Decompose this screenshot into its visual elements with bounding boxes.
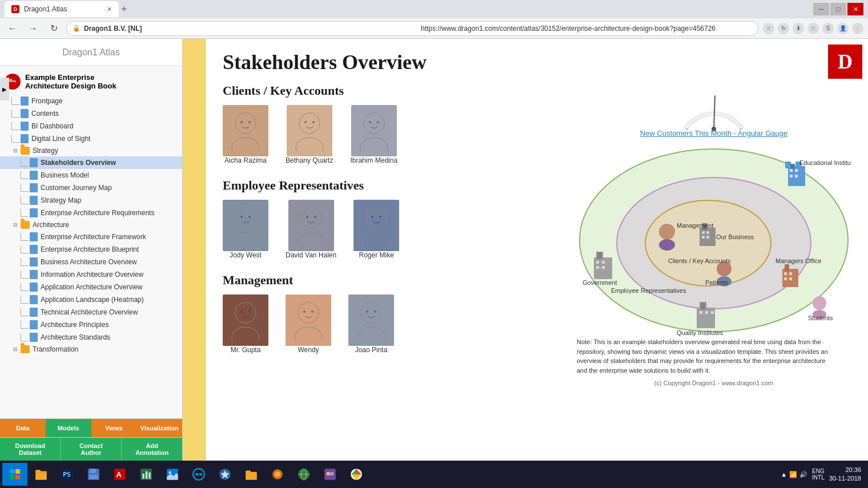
bookmark-icon[interactable]: ☆ bbox=[763, 23, 774, 34]
tree-item-contents[interactable]: Contents bbox=[0, 107, 182, 120]
browser-tab[interactable]: D Dragon1 Atlas ✕ bbox=[5, 1, 119, 17]
person-photo bbox=[287, 105, 332, 156]
tab-close-icon[interactable]: ✕ bbox=[107, 6, 112, 13]
svg-rect-72 bbox=[598, 253, 601, 259]
expand-icon: ⊟ bbox=[11, 147, 19, 155]
taskbar-file-explorer[interactable] bbox=[29, 462, 54, 487]
expand-icon: ⊟ bbox=[11, 345, 19, 353]
taskbar-infinity[interactable] bbox=[186, 462, 211, 487]
tab-views[interactable]: Views bbox=[91, 419, 137, 437]
tree-item-label: Frontpage bbox=[31, 97, 63, 105]
sidebar-toggle-button[interactable]: ▶ bbox=[0, 78, 9, 100]
taskbar-chart[interactable] bbox=[134, 462, 159, 487]
taskbar-photos[interactable] bbox=[160, 462, 185, 487]
tree-item-label: Contents bbox=[31, 110, 59, 118]
tree-item-architecture[interactable]: ⊟Architecture bbox=[0, 219, 182, 231]
svg-rect-100 bbox=[35, 470, 41, 472]
refresh-small-icon[interactable]: ↻ bbox=[778, 23, 789, 34]
taskbar-malware[interactable] bbox=[212, 462, 238, 487]
tree-item-stakeholders-overview[interactable]: Stakeholders Overview bbox=[0, 156, 182, 169]
tree-item-label: Enterprise Architecture Blueprint bbox=[41, 245, 139, 253]
refresh-button[interactable]: ↻ bbox=[46, 21, 62, 37]
url-address: https://www.dragon1.com/content/atlas/30… bbox=[421, 25, 752, 33]
svg-point-2 bbox=[235, 113, 256, 134]
svg-text:A: A bbox=[116, 470, 122, 479]
clients-grid: Aicha Razima Bethany Quartz bbox=[223, 105, 565, 164]
taskbar-paint[interactable] bbox=[265, 462, 290, 487]
tree-item-label: Strategy Map bbox=[41, 196, 81, 204]
yellow-bookmark-bar bbox=[183, 39, 206, 461]
svg-point-16 bbox=[240, 216, 243, 218]
taskbar-globe[interactable] bbox=[291, 462, 316, 487]
tree-item-tech-arch[interactable]: Technical Architecture Overview bbox=[0, 306, 182, 318]
tree-item-business-model[interactable]: Business Model bbox=[0, 169, 182, 182]
new-tab-button[interactable]: + bbox=[121, 4, 127, 14]
add-annotation-button[interactable]: AddAnnotation bbox=[122, 438, 182, 461]
plugin-icon[interactable]: ⬇ bbox=[793, 23, 804, 34]
taskbar-start[interactable] bbox=[2, 463, 27, 486]
tree-item-info-arch[interactable]: Information Architecture Overview bbox=[0, 268, 182, 281]
tree-item-app-landscape[interactable]: Application Landscape (Heatmap) bbox=[0, 293, 182, 306]
svg-point-1 bbox=[9, 79, 13, 82]
svg-rect-110 bbox=[142, 474, 144, 479]
svg-text:Patients: Patients bbox=[705, 279, 728, 286]
tree-item-bi-dashboard[interactable]: BI Dashboard bbox=[0, 120, 182, 132]
tray-up-icon[interactable]: ▲ bbox=[781, 471, 787, 478]
tree-item-arch-principles[interactable]: Architecture Principles bbox=[0, 318, 182, 331]
tree-item-strategy-map[interactable]: Strategy Map bbox=[0, 194, 182, 207]
tree-item-label: Enterprise Architecture Requirements bbox=[41, 209, 154, 217]
profile-icon[interactable]: 👤 bbox=[837, 23, 849, 34]
tree-item-transformation[interactable]: ⊟Transformation bbox=[0, 344, 182, 355]
svg-point-11 bbox=[360, 138, 388, 151]
taskbar-powershell[interactable]: PS bbox=[55, 462, 80, 487]
tree-item-ea-framework[interactable]: Enterprise Architecture Framework bbox=[0, 231, 182, 243]
svg-point-15 bbox=[232, 232, 259, 245]
forward-button[interactable]: → bbox=[25, 21, 41, 37]
svg-point-114 bbox=[168, 471, 171, 474]
tree-item-business-arch[interactable]: Business Architecture Overview bbox=[0, 256, 182, 268]
svg-point-27 bbox=[232, 327, 259, 340]
tree-items-container: FrontpageContentsBI DashboardDigital Lin… bbox=[0, 95, 182, 355]
more-icon[interactable]: ⋮ bbox=[852, 23, 863, 34]
language-indicator: ENG INTL bbox=[812, 468, 825, 481]
tree-item-label: Transformation bbox=[33, 345, 78, 353]
gauge-title: New Customers This Month - Angular Gauge bbox=[577, 129, 851, 138]
minimize-button[interactable]: ─ bbox=[813, 3, 829, 15]
extension2-icon[interactable]: S bbox=[822, 23, 834, 34]
taskbar-folder2[interactable] bbox=[239, 462, 264, 487]
svg-point-3 bbox=[232, 138, 259, 151]
tab-models[interactable]: Models bbox=[46, 419, 91, 437]
address-input[interactable]: 🔒 Dragon1 B.V. [NL] https://www.dragon1.… bbox=[66, 21, 758, 36]
tree-root[interactable]: Example Enterprise Architecture Design B… bbox=[0, 68, 182, 95]
window-controls: ─ □ ✕ bbox=[813, 3, 863, 15]
svg-rect-46 bbox=[785, 162, 791, 168]
system-clock[interactable]: 20:36 30-11-2018 bbox=[829, 466, 861, 483]
maximize-button[interactable]: □ bbox=[830, 3, 846, 15]
tree-item-frontpage[interactable]: Frontpage bbox=[0, 95, 182, 107]
tree-item-strategy[interactable]: ⊟Strategy bbox=[0, 145, 182, 156]
person-name: Roger Mike bbox=[359, 251, 393, 259]
volume-icon[interactable]: 🔊 bbox=[799, 471, 807, 478]
tab-visualization[interactable]: Visualization bbox=[136, 419, 182, 437]
back-button[interactable]: ← bbox=[5, 21, 21, 37]
network-icon[interactable]: 📶 bbox=[789, 471, 797, 478]
svg-line-38 bbox=[714, 96, 715, 129]
download-dataset-button[interactable]: DownloadDataset bbox=[0, 438, 61, 461]
tree-item-arch-standards[interactable]: Architecture Standards bbox=[0, 331, 182, 344]
tree-item-digital-line[interactable]: Digital Line of Sight bbox=[0, 132, 182, 145]
tab-data[interactable]: Data bbox=[0, 419, 46, 437]
taskbar-save[interactable] bbox=[81, 462, 106, 487]
tree-item-customer-journey[interactable]: Customer Journey Map bbox=[0, 182, 182, 194]
taskbar-acrobat[interactable]: A bbox=[107, 462, 132, 487]
extension1-icon[interactable]: □ bbox=[807, 23, 819, 34]
system-tray-icons: ▲ 📶 🔊 bbox=[781, 471, 807, 478]
close-button[interactable]: ✕ bbox=[847, 3, 863, 15]
tree-item-app-arch[interactable]: Application Architecture Overview bbox=[0, 281, 182, 293]
tree-item-ea-requirements[interactable]: Enterprise Architecture Requirements bbox=[0, 207, 182, 219]
taskbar-chrome[interactable] bbox=[344, 462, 369, 487]
svg-point-28 bbox=[240, 310, 243, 313]
taskbar-theater[interactable] bbox=[318, 462, 343, 487]
tree-item-ea-blueprint[interactable]: Enterprise Architecture Blueprint bbox=[0, 243, 182, 256]
svg-point-13 bbox=[377, 121, 379, 123]
contact-author-button[interactable]: ContactAuthor bbox=[61, 438, 122, 461]
